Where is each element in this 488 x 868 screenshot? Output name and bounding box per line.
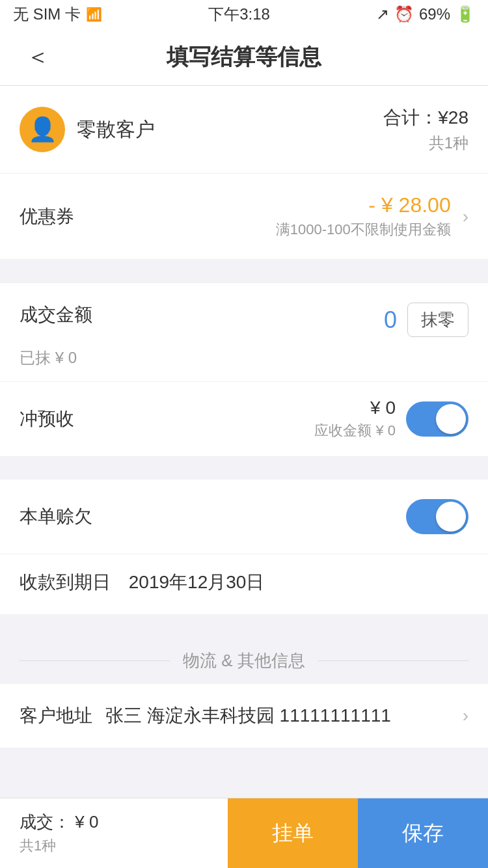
due-date-value: 2019年12月30日 [129,572,265,592]
bottom-bar: 成交： ¥ 0 共1种 挂单 保存 [0,798,488,868]
location-icon: ↗ [376,5,389,23]
debt-row: 本单赊欠 [0,480,488,554]
transaction-amount-row: 成交金额 0 抹零 [0,282,488,342]
customer-name: 零散客户 [77,116,155,143]
due-date-row: 收款到期日 2019年12月30日 [0,554,488,614]
nav-bar: ＜ 填写结算等信息 [0,29,488,86]
prepay-amount: ¥ 0 [314,398,396,418]
prepay-label: 冲预收 [20,407,74,431]
status-left: 无 SIM 卡 📶 [13,4,102,25]
bottom-transaction: 成交： ¥ 0 [20,811,228,834]
debt-label: 本单赊欠 [20,504,92,529]
divider-3 [0,626,488,638]
bottom-count: 共1种 [20,836,228,856]
transaction-value: 0 [384,306,397,334]
bottom-summary: 成交： ¥ 0 共1种 [0,798,228,868]
address-label: 客户地址 [20,703,92,728]
due-date-label: 收款到期日 [20,572,111,592]
prepay-receivable: 应收金额 ¥ 0 [314,421,396,441]
chevron-icon: › [463,206,468,227]
alarm-icon: ⏰ [394,5,414,23]
nav-title: 填写结算等信息 [167,42,321,72]
status-bar: 无 SIM 卡 📶 下午3:18 ↗ ⏰ 69% 🔋 [0,0,488,29]
round-zero-button[interactable]: 抹零 [407,303,468,337]
transaction-section: 成交金额 0 抹零 已抹 ¥ 0 冲预收 ¥ 0 应收金额 ¥ 0 [0,282,488,456]
divider-1 [0,271,488,282]
coupon-right: - ¥ 28.00 满1000-100不限制使用金额 › [276,193,468,239]
coupon-description: 满1000-100不限制使用金额 [276,220,451,239]
address-chevron-icon: › [463,705,468,726]
coupon-label: 优惠券 [20,204,74,229]
coupon-discount: - ¥ 28.00 [276,193,451,217]
status-right: ↗ ⏰ 69% 🔋 [376,5,475,23]
back-button[interactable]: ＜ [20,34,56,79]
battery-icon: 🔋 [455,5,475,23]
logistics-divider: 物流 & 其他信息 [0,638,488,684]
coupon-detail: - ¥ 28.00 满1000-100不限制使用金额 [276,193,451,239]
prepay-toggle[interactable] [406,401,468,437]
wifi-icon: 📶 [86,7,102,22]
bottom-transaction-value: ¥ 0 [75,812,98,832]
address-value: 张三 海淀永丰科技园 11111111111 [105,703,457,728]
total-amount: 合计：¥28 [383,105,468,130]
divider-2 [0,468,488,480]
bottom-transaction-label: 成交： [20,812,70,832]
save-button[interactable]: 保存 [358,798,488,868]
prepay-detail: ¥ 0 应收金额 ¥ 0 [314,398,396,441]
customer-avatar: 👤 [20,107,65,152]
coupon-row[interactable]: 优惠券 - ¥ 28.00 满1000-100不限制使用金额 › [0,173,488,259]
debt-section: 本单赊欠 收款到期日 2019年12月30日 [0,480,488,614]
transaction-label: 成交金额 [20,303,92,327]
address-row[interactable]: 客户地址 张三 海淀永丰科技园 11111111111 › [0,684,488,748]
prepay-row: 冲预收 ¥ 0 应收金额 ¥ 0 [0,381,488,456]
customer-info: 👤 零散客户 [20,107,155,152]
already-rounded: 已抹 ¥ 0 [0,342,488,381]
sim-label: 无 SIM 卡 [13,4,81,25]
status-time: 下午3:18 [208,4,270,25]
battery-label: 69% [419,5,450,23]
customer-section: 👤 零散客户 合计：¥28 共1种 优惠券 - ¥ 28.00 满1000-10… [0,86,488,259]
debt-toggle[interactable] [406,499,468,534]
transaction-right: 0 抹零 [384,303,468,337]
customer-row: 👤 零散客户 合计：¥28 共1种 [0,86,488,173]
customer-total: 合计：¥28 共1种 [383,105,468,154]
hold-button[interactable]: 挂单 [228,798,358,868]
logistics-label: 物流 & 其他信息 [183,649,305,672]
avatar-icon: 👤 [28,116,57,143]
total-count: 共1种 [383,133,468,154]
prepay-right: ¥ 0 应收金额 ¥ 0 [314,398,468,441]
